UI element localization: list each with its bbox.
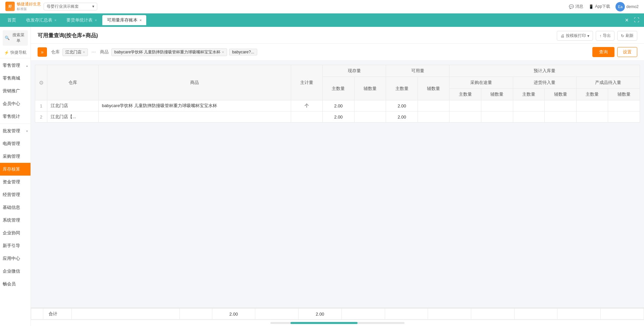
th-available-main: 主数量 bbox=[386, 77, 418, 100]
sidebar-item-app-center[interactable]: 应用中心 bbox=[0, 252, 31, 265]
scroll-thumb[interactable] bbox=[290, 322, 358, 324]
filter-right: 查询 设置 bbox=[592, 47, 637, 57]
remove-warehouse-tag-icon[interactable]: × bbox=[83, 50, 85, 54]
export-button[interactable]: ↑ 导出 bbox=[596, 31, 614, 41]
table-row: 1 江北门店 babycare学饮杯 儿童防摔防撞吸管杯重力球吸嘴杯宝宝水杯 个… bbox=[35, 100, 640, 111]
tab-home[interactable]: 首页 bbox=[3, 15, 21, 25]
footer-incoming-aux bbox=[514, 309, 557, 320]
sidebar-item-finance[interactable]: 资金管理 bbox=[0, 176, 31, 188]
top-bar-right: 💬 消息 📱 App下载 Ea demo2 bbox=[569, 2, 639, 11]
sidebar-label-sys-mgmt: 系统管理 bbox=[3, 217, 20, 223]
logo-icon: 好 bbox=[5, 2, 15, 11]
search-menu-button[interactable]: 🔍 搜索菜单 bbox=[3, 30, 28, 46]
app-label: App下载 bbox=[595, 4, 610, 9]
sidebar-item-enterprise-wechat[interactable]: 企业微信 bbox=[0, 265, 31, 278]
user-label: demo2 bbox=[626, 4, 639, 9]
setting-button[interactable]: 设置 bbox=[617, 47, 637, 57]
sidebar-item-retail-mgmt[interactable]: 零售管理 ▴ bbox=[0, 59, 31, 72]
sidebar: 🔍 搜索菜单 ⚡ 快捷导航 零售管理 ▴ 零售商城 营销推广 会员中心 零售统计… bbox=[0, 27, 31, 326]
remove-product-tag-1-icon[interactable]: × bbox=[222, 50, 224, 54]
warehouse-more-icon[interactable]: ··· bbox=[90, 49, 97, 55]
sidebar-item-member-center[interactable]: 会员中心 bbox=[0, 97, 31, 110]
tab-receive-summary-label: 收发存汇总表 bbox=[26, 17, 52, 23]
footer-produced-aux bbox=[601, 309, 644, 320]
product-tag-2-label: babycare?... bbox=[232, 50, 254, 54]
th-settings: ⚙ bbox=[35, 65, 47, 100]
search-icon: 🔍 bbox=[5, 36, 10, 40]
th-produced-group: 产成品待入量 bbox=[576, 77, 640, 89]
sidebar-item-sys-mgmt[interactable]: 系统管理 bbox=[0, 214, 31, 227]
close-all-tabs-button[interactable]: × bbox=[622, 15, 631, 25]
chevron-print-icon: ▾ bbox=[587, 34, 589, 38]
sidebar-label-inventory: 库存核算 bbox=[3, 166, 20, 172]
sidebar-item-ecommerce[interactable]: 电商管理 bbox=[0, 137, 31, 150]
warehouse-tag-jiangbei[interactable]: 江北门店 × bbox=[62, 48, 88, 56]
close-receive-summary-icon[interactable]: × bbox=[54, 18, 56, 22]
footer-table: 合计 2.00 2.00 bbox=[31, 308, 644, 320]
cell-incoming-aux bbox=[545, 111, 577, 123]
sidebar-item-base-info[interactable]: 基础信息 bbox=[0, 201, 31, 214]
sidebar-item-new-guide[interactable]: 新手引导 bbox=[0, 239, 31, 252]
app-icon: 📱 bbox=[589, 4, 594, 9]
app-download-action[interactable]: 📱 App下载 bbox=[589, 4, 610, 9]
user-area[interactable]: Ea demo2 bbox=[615, 2, 639, 11]
template-select[interactable]: 母婴行业演示账套 ▾ bbox=[44, 3, 97, 10]
print-button[interactable]: 🖨 按模板打印 ▾ bbox=[557, 31, 593, 41]
close-order-stats-icon[interactable]: × bbox=[95, 18, 97, 22]
sidebar-divider-1 bbox=[0, 58, 31, 58]
data-table: ⚙ 仓库 商品 主计量 现存量 可用量 预计入库量 主数量 辅数量 bbox=[35, 65, 640, 123]
quick-nav-label: 快捷导航 bbox=[10, 50, 26, 55]
product-tag-1[interactable]: babycare学饮杯 儿童防摔防撞吸管杯重力球吸嘴杯宝宝水杯 × bbox=[111, 48, 227, 56]
expand-icon[interactable]: ⛶ bbox=[632, 16, 641, 25]
product-tag-2[interactable]: babycare?... bbox=[229, 49, 257, 55]
sidebar-item-retail-mall[interactable]: 零售商城 bbox=[0, 72, 31, 85]
filter-toggle-button[interactable]: » bbox=[38, 47, 47, 57]
cell-produced-aux bbox=[608, 111, 640, 123]
cell-available-aux bbox=[418, 100, 449, 111]
query-button[interactable]: 查询 bbox=[592, 47, 614, 57]
cell-incoming-main bbox=[513, 100, 545, 111]
tab-order-stats[interactable]: 要货单统计表 × bbox=[62, 15, 101, 25]
footer-available-aux bbox=[341, 309, 385, 320]
sidebar-item-purchase[interactable]: 采购管理 bbox=[0, 150, 31, 163]
th-incoming-aux: 辅数量 bbox=[545, 89, 577, 100]
footer-cell-empty1 bbox=[31, 309, 43, 320]
th-produced-main: 主数量 bbox=[576, 89, 608, 100]
th-purchase-group: 采购在途量 bbox=[449, 77, 513, 89]
export-label: 导出 bbox=[603, 33, 611, 39]
bottom-scroll-bar[interactable] bbox=[31, 320, 644, 326]
logo-area: 好 畅捷通好生意 标准版 bbox=[5, 2, 41, 11]
th-forecast-group: 预计入库量 bbox=[449, 65, 640, 77]
close-available-stock-icon[interactable]: × bbox=[140, 18, 142, 22]
table-scroll-area[interactable]: ⚙ 仓库 商品 主计量 现存量 可用量 预计入库量 主数量 辅数量 bbox=[31, 61, 644, 308]
sidebar-search-area: 🔍 搜索菜单 bbox=[0, 27, 31, 48]
export-icon: ↑ bbox=[599, 34, 601, 38]
footer-cell-product bbox=[72, 309, 180, 320]
cell-num: 1 bbox=[35, 100, 47, 111]
message-action[interactable]: 💬 消息 bbox=[569, 4, 583, 9]
sidebar-item-retail-stats[interactable]: 零售统计 bbox=[0, 110, 31, 123]
quick-nav-button[interactable]: ⚡ 快捷导航 bbox=[0, 48, 31, 57]
sidebar-item-enterprise-collab[interactable]: 企业协同 bbox=[0, 227, 31, 239]
column-settings-icon[interactable]: ⚙ bbox=[39, 80, 44, 86]
message-label: 消息 bbox=[575, 4, 583, 9]
th-purchase-main: 主数量 bbox=[449, 89, 481, 100]
footer-incoming-main bbox=[471, 309, 514, 320]
table-footer: 合计 2.00 2.00 bbox=[31, 308, 644, 320]
cell-product: babycare学饮杯 儿童防摔防撞吸管杯重力球吸嘴杯宝宝水杯 bbox=[98, 100, 291, 111]
footer-purchase-main bbox=[385, 309, 428, 320]
sidebar-item-member[interactable]: 畅会员 bbox=[0, 278, 31, 290]
tab-available-stock[interactable]: 可用量库存账本 × bbox=[102, 15, 146, 25]
page-actions: 🖨 按模板打印 ▾ ↑ 导出 ↻ 刷新 bbox=[557, 31, 637, 41]
tab-home-label: 首页 bbox=[7, 17, 16, 23]
sidebar-item-ops[interactable]: 经营管理 bbox=[0, 188, 31, 201]
tab-receive-summary[interactable]: 收发存汇总表 × bbox=[21, 15, 61, 25]
sidebar-item-wholesale-mgmt[interactable]: 批发管理 ▾ bbox=[0, 125, 31, 137]
sidebar-item-marketing[interactable]: 营销推广 bbox=[0, 85, 31, 97]
content-area: 可用量查询(按仓库+商品) 🖨 按模板打印 ▾ ↑ 导出 ↻ 刷新 » bbox=[31, 27, 644, 326]
sidebar-item-inventory[interactable]: 库存核算 bbox=[0, 163, 31, 176]
product-tag-1-label: babycare学饮杯 儿童防摔防撞吸管杯重力球吸嘴杯宝宝水杯 bbox=[114, 49, 221, 55]
message-icon: 💬 bbox=[569, 4, 574, 9]
refresh-button[interactable]: ↻ 刷新 bbox=[617, 31, 637, 41]
print-label: 按模板打印 bbox=[566, 33, 586, 39]
